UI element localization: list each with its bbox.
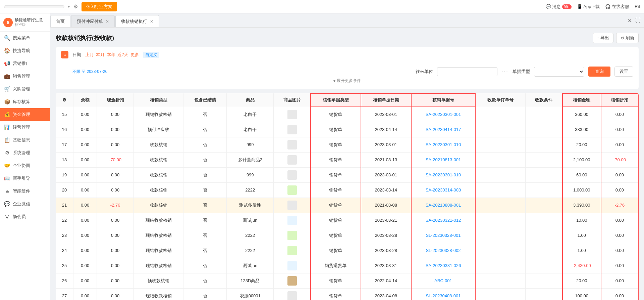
included-cell: 否	[183, 167, 227, 182]
remainder-cell: 0.00	[73, 152, 97, 167]
write-off-number-link[interactable]: SA-20230331-026	[411, 258, 475, 273]
collection_order-cell	[475, 213, 525, 228]
goods-image-cell	[274, 228, 311, 243]
collection_condition-cell	[525, 198, 562, 213]
sidebar-item-marketing[interactable]: 📢营销推广	[0, 57, 50, 70]
sidebar-item-label: 企业微信	[13, 201, 30, 207]
col-header-write_off_date: 核销单据日期	[361, 93, 411, 107]
write-off-number-link[interactable]: ABC-001	[411, 273, 475, 288]
write_off_amount-cell: 2,100.00	[562, 152, 601, 167]
tab-prepay[interactable]: 预付冲应付单✕	[71, 15, 115, 27]
sidebar-item-member[interactable]: V畅会员	[0, 210, 50, 223]
row-id-17: 17	[56, 137, 73, 152]
sidebar-item-hardware[interactable]: 🖥智能硬件	[0, 185, 50, 198]
sidebar-item-enterprise[interactable]: 🤝企业协同	[0, 159, 50, 172]
cash_discount-cell: 0.00	[97, 122, 133, 137]
goods-cell: 衣服00001	[227, 288, 274, 300]
write_off_date-cell: 2023-03-28	[361, 243, 411, 258]
date-option-7days[interactable]: 近7天	[117, 52, 128, 58]
tab-collection[interactable]: 收款核销执行✕	[115, 15, 159, 27]
write_off_discount-cell: 0.00	[601, 258, 638, 273]
sidebar-item-system[interactable]: ⚙系统管理	[0, 146, 50, 159]
write-off-number-link[interactable]: SA-20230301-010	[411, 137, 475, 152]
goods-cell: 测试多属性	[227, 198, 274, 213]
sidebar-item-guide[interactable]: 📖新手引导	[0, 172, 50, 185]
tab-bar: 首页预付冲应付单✕收款核销执行✕ ✕ ⛶	[50, 13, 644, 28]
included-cell: 否	[183, 288, 227, 300]
write-off-number-link[interactable]: SA-20230301-010	[411, 167, 475, 182]
expand-conditions[interactable]: ▾ 展开更多条件	[61, 77, 633, 85]
sidebar-item-search[interactable]: 🔍搜索菜单	[0, 32, 50, 44]
date-option-this-month[interactable]: 本月	[96, 52, 105, 58]
write_off_amount-cell: 1.00	[562, 228, 601, 243]
col-header-collection_condition: 收款条件	[525, 93, 562, 107]
dropdown-icon[interactable]: ▾	[68, 4, 70, 9]
sidebar-item-label: 企业协同	[13, 163, 30, 169]
refresh-button[interactable]: ↺ 刷新	[616, 33, 639, 43]
table-row: 150.000.00现销收款核销否老白干销货单2023-03-01SA-2023…	[56, 107, 638, 122]
write_off_type-cell: 收款核销	[133, 137, 183, 152]
expand-window-icon[interactable]: ⛶	[635, 17, 641, 24]
sidebar-item-label: 畅会员	[13, 214, 26, 220]
write-off-number-link[interactable]: SA-20210813-001	[411, 152, 475, 167]
partner-input[interactable]	[437, 67, 497, 76]
sidebar-item-purchase[interactable]: 🛒采购管理	[0, 83, 50, 95]
remainder-cell: 0.00	[73, 182, 97, 198]
cash_discount-cell: 0.00	[97, 137, 133, 152]
settings-icon[interactable]: ⚙	[73, 3, 78, 10]
write-off-number-link[interactable]: SA-20230321-012	[411, 213, 475, 228]
filter-toggle-button[interactable]: »	[61, 51, 68, 58]
sidebar-item-inventory[interactable]: 📦库存核算	[0, 95, 50, 108]
write_off_bill_type-cell: 销货单	[311, 198, 361, 213]
date-option-more[interactable]: 更多	[130, 52, 139, 58]
setting-button[interactable]: 设置	[614, 67, 633, 77]
sidebar-item-basic[interactable]: 📋基础信息	[0, 134, 50, 146]
write-off-number-link[interactable]: SL-20230408-001	[411, 288, 475, 300]
goods-image-cell	[274, 182, 311, 198]
tab-close-collection[interactable]: ✕	[150, 19, 153, 24]
search-input[interactable]	[4, 5, 64, 8]
query-button[interactable]: 查询	[588, 67, 610, 77]
sidebar-item-nav[interactable]: 🏠快捷导航	[0, 44, 50, 57]
online-service[interactable]: 🎧 在线客服	[605, 4, 629, 10]
tab-home[interactable]: 首页	[50, 15, 70, 27]
table-row: 220.000.00现结收款核销否测试jun销货单2023-03-21SA-20…	[56, 213, 638, 228]
goods-image-cell	[274, 198, 311, 213]
sidebar-item-label: 资金管理	[13, 112, 30, 118]
tab-close-prepay[interactable]: ✕	[106, 19, 109, 24]
write_off_type-cell: 收款核销	[133, 167, 183, 182]
write-off-number-link[interactable]: SA-20230414-017	[411, 122, 475, 137]
write-off-discount-cell: -2.76	[601, 198, 638, 213]
refresh-icon: ↺	[621, 36, 624, 41]
write_off_bill_type-cell: 销货单	[311, 273, 361, 288]
sidebar-item-finance[interactable]: 💰资金管理	[0, 108, 50, 121]
collection_order-cell	[475, 228, 525, 243]
app-download[interactable]: 📱 App下载	[577, 4, 600, 10]
header-actions: 💬 消息 99+ 📱 App下载 🎧 在线客服 Rit	[546, 4, 640, 10]
partner-label: 往来单位	[416, 69, 433, 75]
col-header-write_off_discount: 核销折扣	[601, 93, 638, 107]
date-option-last-month[interactable]: 上月	[85, 52, 94, 58]
export-button[interactable]: ↑ 导出	[593, 33, 614, 43]
wechat-icon: 💬	[4, 201, 10, 207]
page-title-bar: 收款核销执行(按收款) ↑ 导出 ↺ 刷新	[56, 33, 639, 43]
industry-button[interactable]: 休闲行业方案	[82, 2, 117, 11]
sidebar-item-sales[interactable]: 💼销售管理	[0, 70, 50, 83]
collection_condition-cell	[525, 152, 562, 167]
voucher-type-select[interactable]	[534, 67, 584, 77]
write-off-number-link[interactable]: SL-20230328-001	[411, 228, 475, 243]
close-window-icon[interactable]: ✕	[628, 17, 632, 24]
write-off-number-link[interactable]: SA-20230314-008	[411, 182, 475, 198]
write-off-number-link[interactable]: SL-20230328-002	[411, 243, 475, 258]
collection_order-cell	[475, 182, 525, 198]
sidebar-item-operations[interactable]: 📊经营管理	[0, 121, 50, 134]
date-custom-badge[interactable]: 自定义	[143, 52, 159, 58]
write-off-number-link[interactable]: SA-20210808-001	[411, 198, 475, 213]
cash-discount-cell: -70.00	[97, 152, 133, 167]
sidebar-item-wechat[interactable]: 💬企业微信	[0, 198, 50, 210]
write-off-number-link[interactable]: SA-20230301-001	[411, 107, 475, 122]
date-option-this-year[interactable]: 本年	[107, 52, 115, 58]
write_off_date-cell: 2023-03-01	[361, 107, 411, 122]
goods-image-cell	[274, 122, 311, 137]
message-icon[interactable]: 💬 消息 99+	[546, 4, 572, 10]
